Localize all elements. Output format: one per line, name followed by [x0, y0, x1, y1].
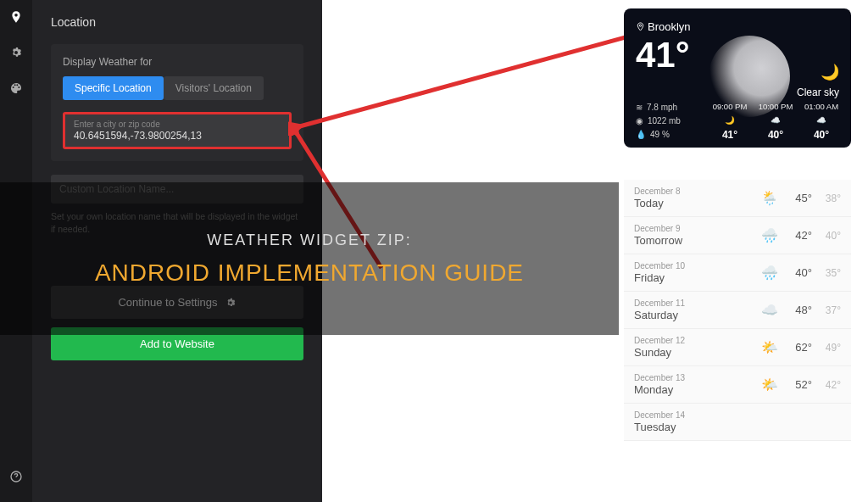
wind-icon: ≋ — [636, 103, 643, 112]
location-pin-icon[interactable] — [8, 8, 25, 25]
forecast-row[interactable]: December 8Today🌦️45°38° — [624, 180, 851, 217]
forecast-row[interactable]: December 9Tomorrow🌧️42°40° — [624, 217, 851, 254]
forecast-row[interactable]: December 12Sunday🌤️62°49° — [624, 329, 851, 366]
palette-icon[interactable] — [8, 80, 25, 97]
input-label: Enter a city or zip code — [74, 120, 281, 129]
section-label: Display Weather for — [63, 56, 292, 68]
forecast-row[interactable]: December 11Saturday☁️48°37° — [624, 292, 851, 329]
moon-icon: 🌙 — [797, 63, 839, 81]
forecast-row[interactable]: December 14Tuesday — [624, 404, 851, 441]
tab-visitors-location[interactable]: Visitors' Location — [164, 76, 264, 100]
pressure-icon: ◉ — [636, 116, 643, 126]
humidity-icon: 💧 — [636, 130, 646, 139]
city-zip-input[interactable]: Enter a city or zip code 40.6451594,-73.… — [63, 112, 292, 149]
hour-item: 09:00 PM🌙41° — [709, 102, 751, 141]
svg-point-3 — [639, 25, 641, 26]
hourly-forecast: 09:00 PM🌙41°10:00 PM☁️40°01:00 AM☁️40° — [709, 102, 843, 141]
location-pin-icon — [636, 22, 645, 31]
overlay-line2: ANDROID IMPLEMENTATION GUIDE — [95, 259, 524, 287]
forecast-row[interactable]: December 13Monday🌤️52°42° — [624, 366, 851, 404]
forecast-row[interactable]: December 10Friday🌧️40°35° — [624, 254, 851, 292]
widget-meta: ≋7.8 mph ◉1022 mb 💧49 % — [636, 103, 681, 139]
daily-forecast: December 8Today🌦️45°38°December 9Tomorro… — [624, 180, 851, 441]
widget-condition: 🌙 Clear sky — [797, 63, 839, 98]
overlay-line1: WEATHER WIDGET ZIP: — [207, 231, 411, 249]
widget-location: Brooklyn — [636, 20, 839, 33]
input-value: 40.6451594,-73.9800254,13 — [74, 130, 281, 142]
tab-specific-location[interactable]: Specific Location — [63, 76, 164, 100]
svg-line-1 — [297, 32, 644, 127]
hour-item: 01:00 AM☁️40° — [800, 102, 843, 141]
location-tabs: Specific Location Visitors' Location — [63, 76, 292, 100]
title-overlay: WEATHER WIDGET ZIP: ANDROID IMPLEMENTATI… — [0, 182, 619, 335]
gear-icon[interactable] — [8, 44, 25, 61]
display-weather-section: Display Weather for Specific Location Vi… — [51, 44, 303, 161]
help-icon[interactable] — [8, 468, 25, 485]
weather-widget: Brooklyn 41° 🌙 Clear sky ≋7.8 mph ◉1022 … — [624, 8, 851, 148]
annotation-arrow-1 — [288, 25, 644, 136]
hour-item: 10:00 PM☁️40° — [754, 102, 797, 141]
panel-title: Location — [51, 15, 303, 29]
